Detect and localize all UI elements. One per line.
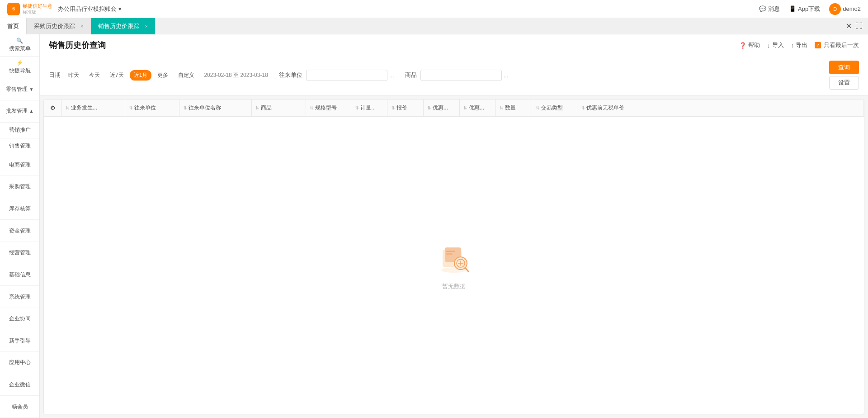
table-col-business-date[interactable]: ⇅ 业务发生... <box>62 100 125 116</box>
product-input[interactable] <box>420 70 502 81</box>
sidebar-item-guide[interactable]: 新手引导 <box>0 330 39 352</box>
table-column-settings-button[interactable]: ⚙ <box>44 100 62 116</box>
import-icon: ↓ <box>767 42 770 49</box>
only-last-checkbox[interactable]: ✓ <box>815 42 821 48</box>
sort-icon: ⇅ <box>463 105 467 110</box>
setting-button[interactable]: 设置 <box>829 76 859 90</box>
table-col-discount1[interactable]: ⇅ 优惠... <box>424 100 460 116</box>
sidebar-item-member[interactable]: 畅会员 <box>0 396 39 418</box>
partner-dots-button[interactable]: ... <box>389 72 394 79</box>
product-filter-group: 商品 ... <box>405 70 509 81</box>
tab-sales-history[interactable]: 销售历史价跟踪 × <box>91 18 155 34</box>
date-btn-more[interactable]: 更多 <box>153 70 172 81</box>
sidebar-item-basic-info[interactable]: 基础信息 <box>0 264 39 286</box>
content-area: 销售历史价查询 ❓ 帮助 ↓ 导入 ↑ 导出 ✓ <box>40 34 868 418</box>
sort-icon: ⇅ <box>66 105 69 110</box>
sidebar-item-ecommerce[interactable]: 电商管理 <box>0 154 39 176</box>
sidebar: 🔍 搜索菜单 ⚡ 快捷导航 零售管理 ▼ 批发管理 ▲ 营销推广 销售管理 电商… <box>0 34 40 418</box>
filter-btn-group: 查询 设置 <box>829 61 859 90</box>
sidebar-item-app-center[interactable]: 应用中心 <box>0 352 39 374</box>
table-container: ⚙ ⇅ 业务发生... ⇅ 往来单位 ⇅ 往来单位名称 ⇅ 商品 <box>43 99 864 414</box>
quick-nav-icon: ⚡ <box>16 60 23 66</box>
sidebar-item-retail[interactable]: 零售管理 ▼ <box>0 78 39 100</box>
svg-rect-8 <box>446 251 455 252</box>
tab-bar: 首页 采购历史价跟踪 × 销售历史价跟踪 × ✕ ⛶ <box>0 18 868 34</box>
tab-sales-close[interactable]: × <box>145 24 147 29</box>
page-header: 销售历史价查询 ❓ 帮助 ↓ 导入 ↑ 导出 ✓ <box>40 34 868 95</box>
product-label: 商品 <box>405 71 417 79</box>
date-btn-1month[interactable]: 近1月 <box>130 70 152 81</box>
sidebar-item-search[interactable]: 🔍 搜索菜单 <box>0 34 39 57</box>
export-button[interactable]: ↑ 导出 <box>791 41 808 49</box>
sidebar-item-enterprise[interactable]: 企业协同 <box>0 308 39 330</box>
sidebar-item-inventory[interactable]: 库存核算 <box>0 198 39 220</box>
help-icon: ❓ <box>739 42 746 49</box>
sidebar-item-wholesale[interactable]: 批发管理 ▲ <box>0 100 39 123</box>
sidebar-item-operations[interactable]: 经营管理 <box>0 242 39 264</box>
close-all-tabs-button[interactable]: ✕ <box>846 22 852 30</box>
date-btn-custom[interactable]: 自定义 <box>174 70 198 81</box>
message-button[interactable]: 💬 消息 <box>759 5 780 13</box>
tab-home[interactable]: 首页 <box>0 18 27 34</box>
search-icon: 🔍 <box>16 38 23 44</box>
sort-icon: ⇅ <box>310 105 313 110</box>
sidebar-item-finance[interactable]: 资金管理 <box>0 220 39 242</box>
partner-filter-group: 往来单位 ... <box>279 70 394 81</box>
table-col-partner-name[interactable]: ⇅ 往来单位名称 <box>179 100 252 116</box>
table-col-trade-type[interactable]: ⇅ 交易类型 <box>532 100 577 116</box>
header-right: 💬 消息 📱 App下载 D demo2 <box>759 3 861 15</box>
download-icon: 📱 <box>789 5 796 12</box>
date-label: 日期 <box>49 71 61 79</box>
tab-purchase-close[interactable]: × <box>80 24 83 29</box>
sort-icon: ⇅ <box>183 105 187 110</box>
table-header: ⚙ ⇅ 业务发生... ⇅ 往来单位 ⇅ 往来单位名称 ⇅ 商品 <box>44 100 864 117</box>
page-title-row: 销售历史价查询 ❓ 帮助 ↓ 导入 ↑ 导出 ✓ <box>49 40 859 51</box>
table-col-partner-code[interactable]: ⇅ 往来单位 <box>125 100 179 116</box>
table-col-quote[interactable]: ⇅ 报价 <box>387 100 424 116</box>
empty-state: 暂无数据 <box>44 117 864 414</box>
sidebar-item-wechat[interactable]: 企业微信 <box>0 374 39 396</box>
table-col-pretax-price[interactable]: ⇅ 优惠前无税单价 <box>577 100 864 116</box>
table-col-discount2[interactable]: ⇅ 优惠... <box>460 100 496 116</box>
svg-rect-9 <box>446 253 453 255</box>
export-icon: ↑ <box>791 42 794 49</box>
empty-state-text: 暂无数据 <box>442 282 466 290</box>
partner-label: 往来单位 <box>279 71 302 79</box>
page-actions: ❓ 帮助 ↓ 导入 ↑ 导出 ✓ 只看最后一次 <box>739 41 859 49</box>
sidebar-item-marketing[interactable]: 营销推广 <box>0 123 39 138</box>
query-button[interactable]: 查询 <box>829 61 859 74</box>
chevron-down-icon: ▼ <box>29 87 34 92</box>
import-button[interactable]: ↓ 导入 <box>767 41 784 49</box>
table-col-spec[interactable]: ⇅ 规格型号 <box>306 100 351 116</box>
partner-input[interactable] <box>306 70 387 81</box>
product-dots-button[interactable]: ... <box>504 72 509 79</box>
tab-purchase-history[interactable]: 采购历史价跟踪 × <box>27 18 91 34</box>
header-left: 6 畅捷信好生意 标准版 办公用品行业模拟账套 ▾ <box>7 3 122 15</box>
sidebar-item-quick-nav[interactable]: ⚡ 快捷导航 <box>0 57 39 79</box>
tab-home-label: 首页 <box>7 22 19 30</box>
sidebar-item-purchase[interactable]: 采购管理 <box>0 176 39 198</box>
table-col-product[interactable]: ⇅ 商品 <box>252 100 306 116</box>
date-btn-7days[interactable]: 近7天 <box>106 70 128 81</box>
date-btn-yesterday[interactable]: 昨天 <box>64 70 83 81</box>
app-download-button[interactable]: 📱 App下载 <box>789 5 820 13</box>
avatar: D <box>829 3 841 15</box>
sort-icon: ⇅ <box>255 105 259 110</box>
app-selector[interactable]: 办公用品行业模拟账套 ▾ <box>58 5 122 13</box>
only-last-checkbox-area[interactable]: ✓ 只看最后一次 <box>815 41 859 49</box>
table-col-qty[interactable]: ⇅ 数量 <box>496 100 532 116</box>
sort-icon: ⇅ <box>581 105 585 110</box>
fullscreen-button[interactable]: ⛶ <box>855 22 863 30</box>
filter-row: 日期 昨天 今天 近7天 近1月 更多 自定义 2023-02-18 至 202… <box>49 56 859 95</box>
sidebar-item-sales-mgmt[interactable]: 销售管理 <box>0 138 39 154</box>
date-btn-today[interactable]: 今天 <box>85 70 104 81</box>
chevron-down-icon: ▾ <box>118 5 122 12</box>
sort-icon: ⇅ <box>391 105 395 110</box>
date-filter-group: 日期 昨天 今天 近7天 近1月 更多 自定义 2023-02-18 至 202… <box>49 70 268 81</box>
sidebar-item-system[interactable]: 系统管理 <box>0 286 39 308</box>
user-menu-button[interactable]: D demo2 <box>829 3 861 15</box>
help-button[interactable]: ❓ 帮助 <box>739 41 760 49</box>
sort-icon: ⇅ <box>536 105 539 110</box>
table-col-measure[interactable]: ⇅ 计量... <box>351 100 387 116</box>
chevron-up-icon: ▲ <box>29 109 34 114</box>
